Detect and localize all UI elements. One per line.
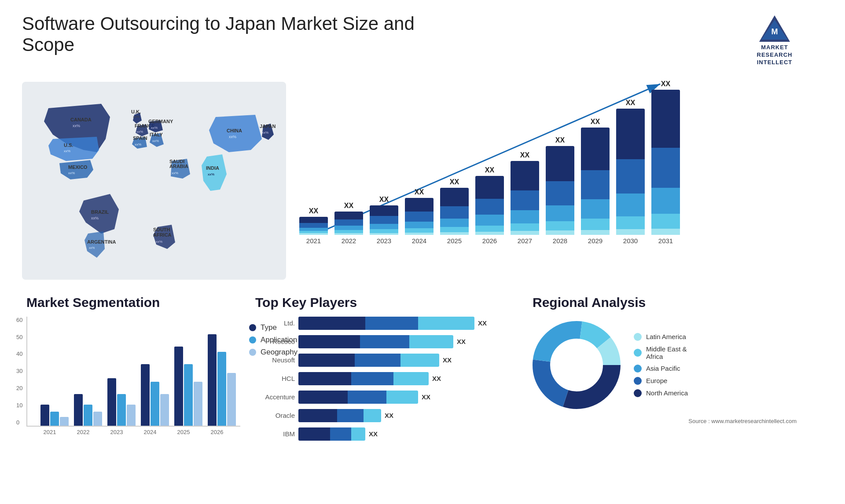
bar-segment <box>651 90 680 148</box>
bar-segment <box>511 223 539 231</box>
year-label: 2024 <box>412 237 426 245</box>
year-label: 2028 <box>553 237 567 245</box>
seg-bar <box>194 382 202 426</box>
bar-segment <box>511 210 539 223</box>
svg-text:M: M <box>772 27 778 36</box>
world-map: CANADA xx% U.S. xx% MEXICO xx% BRAZIL xx… <box>22 75 286 286</box>
bar-segment <box>616 109 645 159</box>
player-bar-dark <box>298 427 330 441</box>
logo-area: M MARKET RESEARCH INTELLECT <box>726 13 823 66</box>
bar-segment <box>405 222 434 228</box>
growth-bar-label: XX <box>309 207 318 215</box>
bar-segment <box>405 198 434 212</box>
year-label: 2022 <box>342 237 356 245</box>
player-name: Ltd. <box>255 319 295 327</box>
svg-point-43 <box>555 343 599 387</box>
bar-segment <box>334 233 363 234</box>
bar-stack <box>370 205 398 235</box>
seg-bar <box>184 364 193 426</box>
svg-text:INDIA: INDIA <box>206 165 219 171</box>
seg-y-labels: 6050403020100 <box>16 317 22 426</box>
bar-segment <box>546 230 574 235</box>
bar-segment <box>616 194 645 216</box>
seg-bar <box>50 412 59 426</box>
player-bar-inner <box>298 372 429 385</box>
bar-stack <box>581 128 610 235</box>
player-name: Rococo <box>255 338 295 345</box>
bar-segment <box>581 128 610 171</box>
players-list: Ltd.XXRococoXXNeusoftXXHCLXXAccentureXXO… <box>255 317 511 441</box>
growth-bar-label: XX <box>555 136 565 144</box>
year-label: 2023 <box>377 237 391 245</box>
svg-text:ARGENTINA: ARGENTINA <box>87 239 116 245</box>
map-section: CANADA xx% U.S. xx% MEXICO xx% BRAZIL xx… <box>18 71 290 291</box>
growth-bar-group: XX2021 <box>299 207 328 244</box>
player-bar-wrap: XX <box>298 391 430 404</box>
seg-bar <box>84 405 92 426</box>
growth-chart-section: XX2021XX2022XX2023XX2024XX2025XX2026XX20… <box>290 71 827 291</box>
bar-segment <box>546 221 574 230</box>
reg-label-middle-east: Middle East &Africa <box>646 345 687 360</box>
seg-bar <box>107 378 116 426</box>
svg-text:xx%: xx% <box>262 131 268 135</box>
reg-dot-europe <box>634 377 642 385</box>
player-bar-dark <box>298 372 351 385</box>
player-bar-inner <box>298 354 439 367</box>
player-bar-mid <box>355 354 400 367</box>
bar-segment <box>440 188 469 206</box>
bar-segment <box>475 176 504 199</box>
regional-title: Regional Analysis <box>533 295 814 310</box>
svg-text:SPAIN: SPAIN <box>133 135 147 141</box>
player-bar-dark <box>298 391 348 404</box>
player-row: NeusoftXX <box>255 354 511 367</box>
svg-text:U.K.: U.K. <box>131 109 141 114</box>
seg-bar <box>151 382 159 426</box>
donut-chart <box>533 321 621 409</box>
bar-segment <box>651 188 680 214</box>
player-bar-light <box>386 391 418 404</box>
svg-text:xx%: xx% <box>91 216 99 220</box>
bar-segment <box>475 232 504 235</box>
growth-bar-label: XX <box>379 196 389 204</box>
bar-segment <box>440 232 469 235</box>
growth-bar-group: XX2031 <box>651 80 680 245</box>
bar-segment <box>475 199 504 215</box>
player-bar-inner <box>298 317 474 330</box>
bar-segment <box>581 230 610 235</box>
svg-text:MEXICO: MEXICO <box>68 164 88 170</box>
seg-bar <box>40 405 49 426</box>
svg-text:AFRICA: AFRICA <box>153 232 172 237</box>
bar-segment <box>616 159 645 194</box>
player-bar-light <box>400 354 439 367</box>
growth-bar-group: XX2025 <box>440 178 469 245</box>
bar-segment <box>511 161 539 190</box>
growth-bar-label: XX <box>485 166 494 174</box>
bar-segment <box>616 216 645 229</box>
bar-segment <box>370 229 398 233</box>
bar-segment <box>616 229 645 235</box>
player-bar-mid <box>365 317 418 330</box>
seg-bar <box>160 394 169 426</box>
player-value: XX <box>432 375 441 382</box>
players-title: Top Key Players <box>255 295 511 310</box>
svg-text:BRAZIL: BRAZIL <box>91 209 109 215</box>
seg-bar <box>93 412 102 426</box>
bar-segment <box>334 230 363 233</box>
bar-segment <box>299 217 328 223</box>
year-label: 2026 <box>482 237 497 245</box>
seg-bar <box>217 352 226 426</box>
segmentation-section: Market Segmentation 6050403020100 2021 2… <box>22 295 242 446</box>
player-row: AccentureXX <box>255 391 511 404</box>
source-text: Source : www.marketresearchintellect.com <box>533 418 814 424</box>
seg-bar <box>117 394 126 426</box>
player-value: XX <box>385 412 393 419</box>
player-bar-light <box>393 372 429 385</box>
donut-svg <box>533 321 621 409</box>
svg-text:xx%: xx% <box>89 246 95 249</box>
player-bar-light <box>351 427 365 441</box>
seg-bar <box>60 417 69 426</box>
reg-label-latin-america: Latin America <box>646 333 686 340</box>
bar-segment <box>370 216 398 223</box>
bar-segment <box>651 229 680 235</box>
player-bar-wrap: XX <box>298 317 487 330</box>
